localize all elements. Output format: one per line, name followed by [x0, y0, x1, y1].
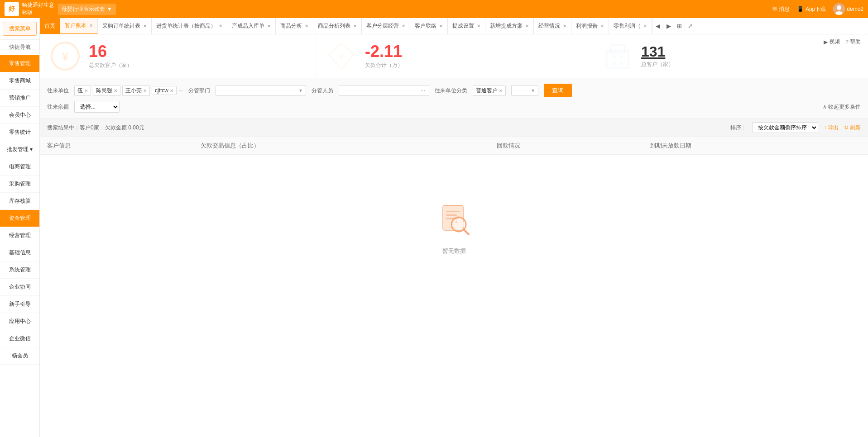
svg-rect-11: [612, 62, 616, 65]
result-info: 搜索结果中：客户0家 欠款金额 0.00元: [47, 124, 144, 132]
remove-unit-wang[interactable]: ✕: [143, 88, 147, 93]
doc-help-btn[interactable]: ? 帮助: [845, 38, 861, 46]
sidebar-item-newbie[interactable]: 新手引导: [0, 296, 39, 313]
tab-profit-report[interactable]: 利润报告 ✕: [571, 18, 609, 34]
tab-close-operation-status[interactable]: ✕: [563, 24, 566, 28]
diamond-icon: ◈: [327, 42, 356, 71]
filter-area: 往来单位 伍 ✕ 陈民强 ✕ 王小亮: [40, 78, 868, 119]
app-download-btn[interactable]: 📱 App下载: [797, 5, 826, 13]
tab-customer-tier[interactable]: 客户分层经营 ✕: [362, 18, 410, 34]
stat-overdue-customers: ¥ 16 总欠款客户（家）: [40, 34, 316, 78]
remove-unit-cjttcw[interactable]: ✕: [170, 88, 173, 93]
sidebar-item-wechat[interactable]: 企业微信: [0, 330, 39, 347]
tab-menu[interactable]: ⊞: [674, 18, 685, 34]
sidebar-item-cooperation[interactable]: 企业协同: [0, 279, 39, 296]
sidebar-item-marketing[interactable]: 营销推广: [0, 90, 39, 107]
tab-close-customer-tier[interactable]: ✕: [402, 24, 405, 28]
balance-filter-label: 往来余额: [47, 103, 69, 111]
svg-rect-15: [446, 214, 457, 216]
unit-class-filter-select[interactable]: ▾: [511, 85, 538, 96]
sidebar-item-batch-manage[interactable]: 批发管理 ▾: [0, 141, 39, 158]
stat-overdue-customers-label: 总欠款客户（家）: [89, 62, 132, 69]
search-menu-btn[interactable]: 搜索菜单: [3, 22, 37, 36]
tab-home[interactable]: 首页: [40, 18, 60, 34]
tab-operation-status[interactable]: 经营情况 ✕: [534, 18, 571, 34]
tab-product-inbound[interactable]: 产成品入库单 ✕: [227, 18, 276, 34]
quick-nav-btn[interactable]: 快捷导航: [0, 40, 39, 55]
message-btn[interactable]: ✉ 消息: [772, 5, 790, 13]
sidebar-item-member-center[interactable]: 会员中心: [0, 107, 39, 124]
tab-customer-contact[interactable]: 客户联络 ✕: [410, 18, 448, 34]
unit-class-arrow-icon: ▾: [532, 87, 534, 94]
tab-close-inbound-stats[interactable]: ✕: [219, 24, 222, 28]
stat-overdue-amount-label: 欠款合计（万）: [365, 62, 403, 69]
avatar: [833, 3, 845, 15]
tab-inbound-stats[interactable]: 进货单统计表（按商品） ✕: [152, 18, 227, 34]
sidebar-item-app-center[interactable]: 应用中心: [0, 313, 39, 330]
sidebar-item-basic-info[interactable]: 基础信息: [0, 244, 39, 261]
result-actions: 排序： 按欠款金额倒序排序 ↑ 导出 ↻ 刷新: [730, 122, 861, 133]
tab-close-product-inbound[interactable]: ✕: [267, 24, 271, 28]
sidebar-item-retail-mall[interactable]: 零售商城: [0, 72, 39, 90]
remove-unit-class-normal[interactable]: ✕: [499, 88, 503, 93]
tab-close-product-analysis-list[interactable]: ✕: [353, 24, 357, 28]
empty-state: 暂无数据: [47, 160, 861, 291]
tab-raise-settings[interactable]: 提成设置 ✕: [448, 18, 485, 34]
svg-rect-9: [612, 55, 616, 59]
unit-class-filter-label: 往来单位分类: [435, 87, 467, 95]
search-result-bar: 搜索结果中：客户0家 欠款金额 0.00元 排序： 按欠款金额倒序排序 ↑ 导出: [40, 119, 868, 137]
sidebar-item-ecommerce[interactable]: 电商管理: [0, 158, 39, 176]
svg-line-19: [464, 229, 469, 234]
unit-class-tag-normal: 普通客户 ✕: [473, 86, 506, 96]
sidebar-item-purchase[interactable]: 采购管理: [0, 176, 39, 193]
sidebar-item-retail-manage[interactable]: 零售管理: [0, 55, 39, 72]
video-help-btn[interactable]: ▶ 视频: [824, 38, 840, 46]
sidebar-item-finance[interactable]: 资金管理: [0, 210, 39, 227]
svg-rect-14: [446, 211, 460, 212]
dept-filter-select[interactable]: ▾: [216, 85, 306, 96]
tab-customer-book[interactable]: 客户账本 ✕: [60, 18, 98, 34]
tab-retail-profit[interactable]: 零售利润（ ✕: [609, 18, 652, 34]
col-repayment: 回款情况: [489, 137, 643, 155]
query-btn[interactable]: 查询: [544, 84, 572, 97]
sidebar-item-retail-stats[interactable]: 零售统计: [0, 124, 39, 141]
refresh-btn[interactable]: ↻ 刷新: [844, 124, 861, 132]
sidebar-item-member[interactable]: 畅会员: [0, 347, 39, 365]
unit-tag-wu: 伍 ✕: [74, 86, 91, 96]
filter-more-btn[interactable]: ···: [178, 87, 183, 94]
tab-close-purchase-stats[interactable]: ✕: [143, 24, 147, 28]
balance-filter-select[interactable]: 选择...: [74, 101, 120, 113]
tab-close-add-solution[interactable]: ✕: [525, 24, 529, 28]
sort-select[interactable]: 按欠款金额倒序排序: [752, 122, 818, 133]
stat-overdue-amount: ◈ -2.11 欠款合计（万）: [316, 34, 592, 78]
tab-scroll-left[interactable]: ◀: [652, 18, 663, 34]
sidebar-item-system[interactable]: 系统管理: [0, 261, 39, 279]
tab-close-raise-settings[interactable]: ✕: [477, 24, 480, 28]
tab-expand[interactable]: ⤢: [685, 18, 695, 34]
stat-total-customers-info: 131 总客户（家）: [641, 44, 674, 68]
stat-total-customers-label: 总客户（家）: [641, 61, 674, 68]
tab-scroll-right[interactable]: ▶: [663, 18, 674, 34]
stat-overdue-amount-value: -2.11: [365, 43, 403, 60]
stat-overdue-customers-value: 16: [89, 43, 132, 60]
person-filter-select[interactable]: ···: [339, 85, 429, 96]
person-filter-label: 分管人员: [312, 87, 333, 95]
remove-unit-wu[interactable]: ✕: [84, 88, 88, 93]
sidebar: 搜索菜单 快捷导航 零售管理 零售商城 营销推广 会员中心 零售统计 批发管理 …: [0, 18, 40, 437]
collapse-filter-btn[interactable]: ∧ 收起更多条件: [823, 103, 861, 111]
export-btn[interactable]: ↑ 导出: [824, 124, 839, 132]
tab-add-solution[interactable]: 新增提成方案 ✕: [485, 18, 534, 34]
tab-product-analysis-list[interactable]: 商品分析列表 ✕: [313, 18, 362, 34]
remove-unit-chen[interactable]: ✕: [114, 88, 117, 93]
tab-product-analysis[interactable]: 商品分析 ✕: [276, 18, 313, 34]
sidebar-item-operation[interactable]: 经营管理: [0, 227, 39, 244]
user-menu[interactable]: demo2: [833, 3, 863, 15]
tab-purchase-stats[interactable]: 采购订单统计表 ✕: [98, 18, 152, 34]
sidebar-item-inventory[interactable]: 库存核算: [0, 193, 39, 210]
tab-close-retail-profit[interactable]: ✕: [643, 24, 647, 28]
tab-close-customer-book[interactable]: ✕: [89, 23, 93, 28]
tab-close-profit-report[interactable]: ✕: [600, 24, 604, 28]
workspace-selector[interactable]: 母婴行业演示账套 ▼: [58, 4, 116, 15]
tab-close-product-analysis[interactable]: ✕: [305, 24, 308, 28]
tab-close-customer-contact[interactable]: ✕: [439, 24, 443, 28]
